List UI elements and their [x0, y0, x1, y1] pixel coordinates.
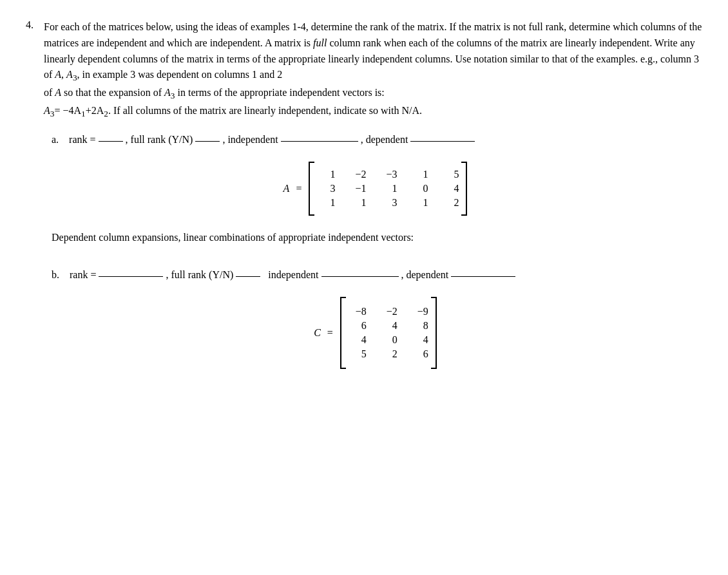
A3-italic2: A: [164, 87, 171, 98]
cell-a-10: 3: [317, 183, 335, 194]
matrix-a-container: A = 1 −2 −3 1 5 3 −1 1 0 4 1 1 3 1: [52, 160, 702, 218]
cell-a-22: 3: [379, 197, 397, 209]
problem-container: 4. For each of the matrices below, using…: [26, 19, 702, 371]
cell-c-12: 8: [410, 320, 428, 332]
cell-a-20: 1: [317, 197, 335, 209]
cell-c-21: 0: [379, 334, 398, 346]
cell-a-14: 4: [441, 183, 459, 194]
A3-italic: A: [66, 69, 73, 80]
matrix-c-equals: =: [327, 327, 333, 339]
matrix-a-label: A: [283, 183, 290, 194]
of-text: of: [44, 87, 52, 98]
cell-a-13: 0: [410, 183, 428, 194]
cell-a-00: 1: [317, 169, 335, 180]
matrix-a-left-bracket: [305, 160, 317, 218]
cell-c-30: 5: [349, 348, 367, 360]
part-b-full-rank-label: , full rank (Y/N): [166, 269, 233, 281]
A-italic2: A: [55, 87, 61, 98]
part-a-rank-line: a. rank = , full rank (Y/N) , independen…: [52, 134, 702, 146]
part-a-section: a. rank = , full rank (Y/N) , independen…: [26, 134, 702, 243]
matrix-a-grid: 1 −2 −3 1 5 3 −1 1 0 4 1 1 3 1 2: [317, 169, 459, 209]
part-b-full-rank-blank[interactable]: [236, 276, 260, 277]
part-a-rank-label: rank =: [69, 134, 95, 146]
matrix-c-grid: −8 −2 −9 6 4 8 4 0 4 5 2 6: [349, 306, 428, 360]
matrix-c-left-bracket: [337, 295, 349, 371]
matrix-c-right-bracket: [428, 295, 440, 371]
part-a-dependent-blank[interactable]: [410, 141, 475, 142]
matrix-a-right-bracket: [459, 160, 470, 218]
so-text: so that the expansion of: [64, 87, 162, 98]
A3-sub2: 3: [171, 91, 175, 100]
matrix-c-label: C: [314, 327, 321, 339]
cell-a-12: 1: [379, 183, 397, 194]
problem-header: 4. For each of the matrices below, using…: [26, 19, 702, 121]
formula-A: A: [44, 105, 50, 116]
part-a-independent-blank[interactable]: [281, 141, 358, 142]
cell-a-04: 5: [441, 169, 459, 180]
part-b-dependent-blank[interactable]: [451, 276, 515, 277]
formula-eq: = −4A: [54, 105, 81, 116]
full-italic: full: [313, 37, 327, 48]
formula-period: .: [108, 105, 111, 116]
cell-a-24: 2: [441, 197, 459, 209]
A-italic: A: [55, 69, 61, 80]
part-a-label: a.: [52, 134, 59, 146]
formula-sub2: 2: [104, 109, 108, 118]
if-all-cols: If all columns of the matrix are linearl…: [113, 105, 422, 116]
part-b-section: b. rank = , full rank (Y/N) independent …: [26, 269, 702, 371]
cell-a-03: 1: [410, 169, 428, 180]
cell-c-32: 6: [410, 348, 428, 360]
problem-number: 4.: [26, 19, 39, 121]
part-b-label: b.: [52, 269, 59, 281]
cell-c-02: −9: [410, 306, 428, 317]
cell-c-00: −8: [349, 306, 367, 317]
A3-sub: 3: [73, 73, 77, 83]
part-a-dependent-label: , dependent: [361, 134, 408, 146]
part-b-rank-line: b. rank = , full rank (Y/N) independent …: [52, 269, 702, 281]
cell-a-02: −3: [379, 169, 397, 180]
cell-a-01: −2: [348, 169, 366, 180]
cell-a-11: −1: [348, 183, 366, 194]
in-terms: in terms of the appropriate independent …: [178, 87, 385, 98]
part-a-full-rank-blank[interactable]: [195, 141, 220, 142]
comma: ,: [61, 69, 64, 80]
cell-c-31: 2: [379, 348, 398, 360]
formula-sub1: 1: [81, 109, 86, 118]
cell-a-23: 1: [410, 197, 428, 209]
part-b-independent-blank[interactable]: [321, 276, 399, 277]
cell-c-20: 4: [349, 334, 367, 346]
part-a-full-rank-label: , full rank (Y/N): [126, 134, 193, 146]
matrix-a-equals: =: [296, 183, 302, 194]
cell-c-01: −2: [379, 306, 398, 317]
part-b-rank-label: rank =: [70, 269, 96, 281]
part-b-independent-label: independent: [268, 269, 318, 281]
cell-c-10: 6: [349, 320, 367, 332]
dep-expansions-label: Dependent column expansions, linear comb…: [52, 232, 702, 243]
part-a-rank-blank[interactable]: [99, 141, 123, 142]
part-b-rank-blank[interactable]: [99, 276, 163, 277]
cell-a-21: 1: [348, 197, 366, 209]
problem-text: For each of the matrices below, using th…: [44, 19, 702, 121]
part-a-independent-label: , independent: [222, 134, 278, 146]
formula-plus: +2A: [86, 105, 104, 116]
cell-c-11: 4: [379, 320, 398, 332]
part-b-dependent-label: , dependent: [401, 269, 449, 281]
matrix-c-container: C = −8 −2 −9 6 4 8 4 0 4 5 2 6: [52, 295, 702, 371]
cell-c-22: 4: [410, 334, 428, 346]
example-text: , in example 3 was dependent on columns …: [77, 69, 283, 80]
